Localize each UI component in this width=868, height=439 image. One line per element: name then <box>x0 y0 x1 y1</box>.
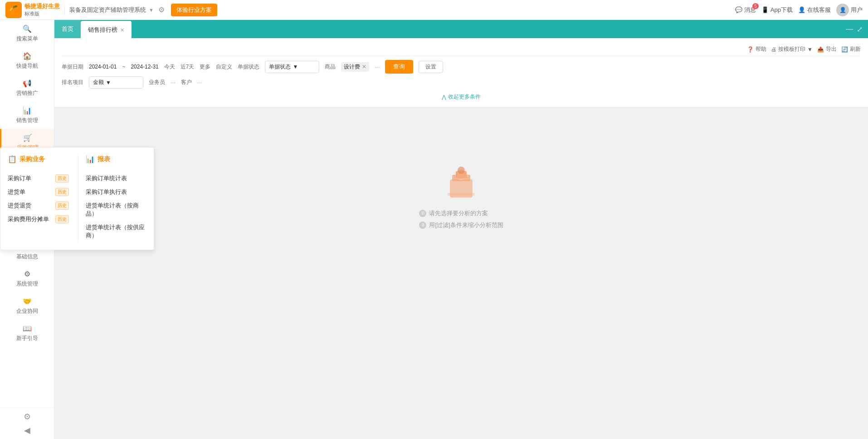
rank-select[interactable]: 金额 ▼ <box>89 76 143 89</box>
sidebar-item-quick-nav[interactable]: 🏠 快捷导航 <box>0 47 54 74</box>
export-button[interactable]: 📤 导出 <box>817 45 837 53</box>
date-to-value[interactable]: 2024-12-31 <box>131 64 158 70</box>
status-select[interactable]: 单据状态 ▼ <box>265 61 319 73</box>
refresh-label: 刷新 <box>850 45 861 53</box>
message-icon: 💬 <box>735 6 742 13</box>
app-download-button[interactable]: 📱 App下载 <box>761 6 793 14</box>
sidebar-item-search[interactable]: 🔍 搜索菜单 <box>0 20 54 47</box>
menu-item-goods-in[interactable]: 进货单 历史 <box>8 185 69 199</box>
tab-minimize-icon[interactable]: — <box>846 25 853 33</box>
goods-tag[interactable]: 设计费 ✕ <box>341 62 369 72</box>
sidebar-item-marketing[interactable]: 📢 营销推广 <box>0 74 54 102</box>
sidebar-item-sales[interactable]: 📊 销售管理 <box>0 102 54 129</box>
date-custom[interactable]: 自定义 <box>216 63 232 71</box>
sidebar-item-system[interactable]: ⚙ 系统管理 <box>0 265 54 292</box>
query-button[interactable]: 查询 <box>385 60 413 74</box>
status-arrow-icon: ▼ <box>293 64 298 70</box>
sales-icon: 📊 <box>23 106 32 115</box>
menu-item-purchase-order[interactable]: 采购订单 历史 <box>8 172 69 185</box>
tab-sales-rank[interactable]: 销售排行榜 ✕ <box>81 21 132 39</box>
settings-button[interactable]: 设置 <box>419 61 443 73</box>
sidebar-collapse-button[interactable]: ◀ <box>24 425 30 435</box>
sidebar-item-newbie[interactable]: 📖 新手引导 <box>0 320 54 347</box>
svg-rect-5 <box>448 193 475 196</box>
gear-icon[interactable]: ⚙ <box>158 5 165 14</box>
date-label: 单据日期 <box>62 63 83 71</box>
newbie-icon: 📖 <box>23 324 32 333</box>
menu-item-goods-in-stat-supplier[interactable]: 进货单统计表（按供应商） <box>86 221 147 242</box>
purchase-order-exec-label: 采购订单执行表 <box>86 188 127 196</box>
system-icon: ⚙ <box>24 270 30 278</box>
menu-item-goods-return[interactable]: 进货退货 历史 <box>8 199 69 212</box>
help-button[interactable]: ❓ 帮助 <box>747 45 766 53</box>
purchase-dropdown-menu: 📋 采购业务 采购订单 历史 进货单 历史 进货退货 <box>0 147 154 250</box>
user-area[interactable]: 👤 用户 <box>836 4 863 16</box>
print-button[interactable]: 🖨 按模板打印 ▼ <box>771 45 813 53</box>
content-area: 首页 销售排行榜 ✕ — ⤢ ❓ 帮助 <box>54 20 868 439</box>
export-icon: 📤 <box>817 46 824 53</box>
collapse-label: 收起更多条件 <box>448 93 481 101</box>
hist-badge-purchase-expense: 历史 <box>55 215 69 223</box>
salesman-more-icon[interactable]: ··· <box>171 79 176 86</box>
messages-button[interactable]: 💬 消息 5 <box>735 6 756 14</box>
menu-item-purchase-expense[interactable]: 采购费用分摊单 历史 <box>8 212 69 226</box>
customer-more-icon[interactable]: ··· <box>197 79 202 86</box>
sidebar-settings-button[interactable]: ⚙ <box>24 412 31 422</box>
industry-button[interactable]: 体验行业方案 <box>171 4 217 16</box>
tip-num-1: ① <box>419 210 426 217</box>
refresh-icon: 🔄 <box>841 46 848 53</box>
date-more[interactable]: 更多 <box>200 63 210 71</box>
system-name-text: 装备及固定资产辅助管理系统 <box>69 6 146 14</box>
top-divider <box>64 5 65 15</box>
sidebar-item-enterprise[interactable]: 🤝 企业协同 <box>0 292 54 320</box>
tab-right-controls: — ⤢ <box>846 25 868 34</box>
sidebar-label-basic-info: 基础信息 <box>16 253 38 261</box>
goods-more-icon[interactable]: ··· <box>375 64 380 70</box>
empty-tip-2: ② 用[过滤]条件来缩小分析范围 <box>419 219 503 231</box>
date-value[interactable]: 2024-01-01 <box>89 64 117 70</box>
menu-item-goods-in-stat-goods[interactable]: 进货单统计表（按商品） <box>86 199 147 221</box>
purchase-business-title: 📋 采购业务 <box>8 155 69 166</box>
sidebar-label-quick-nav: 快捷导航 <box>16 62 38 70</box>
online-service-label: 在线客服 <box>807 6 831 14</box>
goods-label: 商品 <box>325 63 336 71</box>
purchase-business-section: 📋 采购业务 采购订单 历史 进货单 历史 进货退货 <box>8 155 69 242</box>
filter-area: ❓ 帮助 🖨 按模板打印 ▼ 📤 导出 🔄 <box>54 38 868 108</box>
print-icon: 🖨 <box>771 46 776 53</box>
filter-toolbar: ❓ 帮助 🖨 按模板打印 ▼ 📤 导出 🔄 <box>62 43 861 56</box>
hist-badge-goods-return: 历史 <box>55 202 69 210</box>
avatar: 👤 <box>836 4 849 16</box>
search-icon: 🔍 <box>23 25 32 33</box>
empty-tip-1: ① 请先选择要分析的方案 <box>419 207 503 219</box>
logo-icon: 🍊 <box>5 2 22 18</box>
collapse-button[interactable]: ⋀ 收起更多条件 <box>62 91 861 103</box>
home-icon: 🏠 <box>23 52 32 60</box>
tab-maximize-icon[interactable]: ⤢ <box>857 25 863 34</box>
tab-close-icon[interactable]: ✕ <box>120 27 124 33</box>
logo-main-text: 畅捷通好生意 <box>24 2 60 10</box>
tab-bar: 首页 销售排行榜 ✕ — ⤢ <box>54 20 868 38</box>
status-label: 单据状态 <box>238 63 259 71</box>
goods-return-label: 进货退货 <box>8 202 31 210</box>
goods-tag-delete-icon[interactable]: ✕ <box>362 64 366 70</box>
logo-text: 畅捷通好生意 标准版 <box>24 2 60 18</box>
sidebar-label-sales: 销售管理 <box>16 117 38 124</box>
report-section: 📊 报表 采购订单统计表 采购订单执行表 进货单统计表（按商品） <box>78 155 147 242</box>
help-label: 帮助 <box>756 45 766 53</box>
filter-row-1: 单据日期 2024-01-01 ~ 2024-12-31 今天 近7天 更多 自… <box>62 60 861 74</box>
avatar-icon: 👤 <box>839 7 846 13</box>
salesman-label: 业务员 <box>149 79 165 86</box>
online-service-button[interactable]: 👤 在线客服 <box>798 6 831 14</box>
enterprise-icon: 🤝 <box>23 297 32 306</box>
date-7days[interactable]: 近7天 <box>180 63 195 71</box>
message-badge: 5 <box>752 3 759 9</box>
menu-item-purchase-order-stat[interactable]: 采购订单统计表 <box>86 172 147 185</box>
phone-icon: 📱 <box>761 6 769 13</box>
date-today[interactable]: 今天 <box>164 63 175 71</box>
tab-home[interactable]: 首页 <box>54 20 81 38</box>
refresh-button[interactable]: 🔄 刷新 <box>841 45 861 53</box>
system-name-arrow-icon[interactable]: ▼ <box>149 7 154 13</box>
menu-item-purchase-order-exec[interactable]: 采购订单执行表 <box>86 185 147 199</box>
sidebar-label-search: 搜索菜单 <box>16 35 38 43</box>
print-arrow-icon: ▼ <box>807 46 813 53</box>
